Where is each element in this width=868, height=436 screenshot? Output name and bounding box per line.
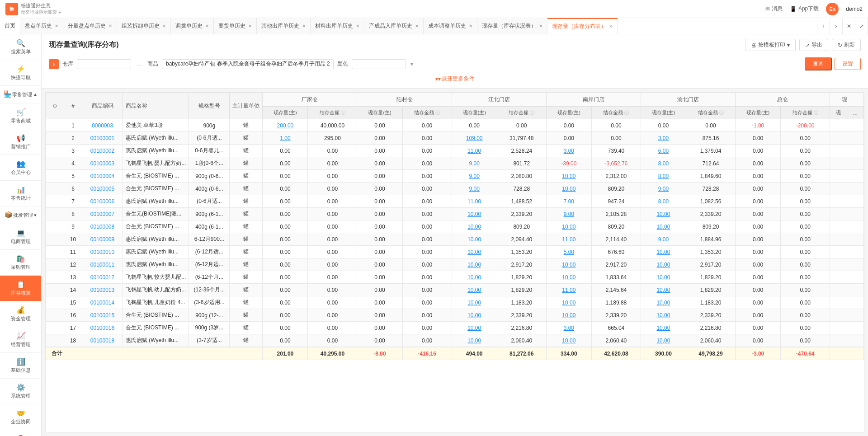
tab-expand[interactable]: ⤢ xyxy=(855,18,868,34)
ecommerce-icon: 💻 xyxy=(3,229,38,237)
tab-cost-adjust[interactable]: 成本调整单历史 ✕ xyxy=(424,18,477,34)
tab-stock-dist[interactable]: 现存量（库存分布表） ✕ xyxy=(547,18,618,34)
sidebar-item-guide[interactable]: 🎯 新手引导 xyxy=(0,430,41,436)
row-factory-stock: 0.00 xyxy=(263,258,308,271)
row-lv-balance: 0.00 xyxy=(402,119,452,132)
tab-home[interactable]: 首页 xyxy=(0,18,20,34)
info-icon-2[interactable]: ⓘ xyxy=(435,110,440,115)
tab-close-stock-table[interactable]: ✕ xyxy=(539,23,542,28)
tab-other-out[interactable]: 其他出库单历史 ✕ xyxy=(257,18,311,34)
sidebar-item-operation[interactable]: 📈 经营管理 xyxy=(0,327,41,353)
tab-close-product-in[interactable]: ✕ xyxy=(415,23,419,28)
row-extra2 xyxy=(847,183,863,195)
row-na-balance: 947.24 xyxy=(591,195,641,208)
warehouse-more-btn[interactable]: … xyxy=(135,61,144,67)
username[interactable]: demo2 xyxy=(846,6,863,12)
row-spec: (12-36个月... xyxy=(189,284,230,296)
sidebar-item-system[interactable]: ⚙️ 系统管理 xyxy=(0,379,41,404)
row-yb-stock: 10.00 xyxy=(641,208,686,220)
th-warehouse-more: 现… xyxy=(830,93,864,107)
sidebar-item-enterprise[interactable]: 🤝 企业协同 xyxy=(0,404,41,430)
sidebar-item-finance[interactable]: 💰 资金管理 xyxy=(0,301,41,327)
user-avatar[interactable]: Ea xyxy=(826,3,839,15)
tab-stock-table[interactable]: 现存量（库存状况表） ✕ xyxy=(477,18,547,34)
info-icon-5[interactable]: ⓘ xyxy=(719,110,724,115)
tab-close-split-count[interactable]: ✕ xyxy=(108,23,112,28)
tab-close-inventory-count[interactable]: ✕ xyxy=(55,23,58,28)
sidebar-item-basic[interactable]: ℹ️ 基础信息 xyxy=(0,353,41,379)
sidebar-item-search-hero[interactable]: 🔍 搜索英单 xyxy=(0,34,41,60)
row-index: 17 xyxy=(64,322,82,334)
tab-split-count[interactable]: 分量盘点单历史 ✕ xyxy=(63,18,117,34)
filter-toggle-btn[interactable]: › xyxy=(49,59,59,69)
print-btn[interactable]: 🖨 按模板打印 ▾ xyxy=(745,39,796,51)
sidebar-item-retail-stats[interactable]: 📊 零售统计 xyxy=(0,181,41,206)
export-btn[interactable]: ↗ 导出 xyxy=(799,39,828,51)
table-container[interactable]: ⚙ # 商品编码 商品名称 规格型号 主计量单位 厂家仓 陆村仓 江北门店 南岸… xyxy=(45,92,864,432)
expand-conditions-btn[interactable]: ▾▾ 展开更多条件 xyxy=(435,75,474,83)
tab-scroll-right[interactable]: › xyxy=(830,18,843,34)
info-icon-3[interactable]: ⓘ xyxy=(530,110,534,115)
tab-close-transfer[interactable]: ✕ xyxy=(205,23,209,28)
warehouse-input[interactable] xyxy=(77,59,131,69)
footer-na-stock: 334.00 xyxy=(546,347,591,360)
th-na-balance: 结存金额 ⓘ xyxy=(591,107,641,119)
tab-kit-disassemble[interactable]: 组装拆卸单历史 ✕ xyxy=(117,18,171,34)
sidebar-item-wholesale[interactable]: 📦 批发管理 ▾ xyxy=(0,206,41,224)
tab-close-purchase-order[interactable]: ✕ xyxy=(248,23,252,28)
row-factory-balance: 0.00 xyxy=(308,284,357,296)
tab-close-stock-dist[interactable]: ✕ xyxy=(609,24,613,29)
sidebar-item-ecommerce[interactable]: 💻 电商管理 xyxy=(0,224,41,250)
row-lv-balance: 0.00 xyxy=(402,170,452,183)
info-icon-1[interactable]: ⓘ xyxy=(341,110,345,115)
tab-scroll-left[interactable]: ‹ xyxy=(817,18,830,34)
app-download-btn[interactable]: 📱 App下载 xyxy=(790,5,819,13)
settings-btn[interactable]: 设置 xyxy=(835,58,861,70)
sidebar-item-marketing[interactable]: 📢 营销推广 xyxy=(0,129,41,155)
row-spec: 900g (0-6... xyxy=(189,170,230,183)
row-factory-stock: 0.00 xyxy=(263,246,308,258)
refresh-btn[interactable]: ↻ 刷新 xyxy=(832,39,861,51)
dropdown-chevron-icon[interactable]: ▾ xyxy=(59,10,61,15)
table-row: 12 00100011 惠氏启赋 (Wyeth illu... (6-12月适.… xyxy=(46,258,864,271)
tab-inventory-count[interactable]: 盘点单历史 ✕ xyxy=(20,18,63,34)
th-settings[interactable]: ⚙ xyxy=(46,93,64,119)
search-btn[interactable]: 查询 xyxy=(805,57,832,70)
tab-close-material-out[interactable]: ✕ xyxy=(356,23,359,28)
row-na-balance: 2,060.40 xyxy=(591,334,641,347)
info-icon-4[interactable]: ⓘ xyxy=(624,110,629,115)
retail-icon: 🏪 xyxy=(4,90,11,98)
tab-product-in[interactable]: 产成品入库单历史 ✕ xyxy=(364,18,424,34)
row-unit: 罐 xyxy=(230,309,263,322)
sidebar-item-retail[interactable]: 🏪 零售管理 ▲ xyxy=(0,86,41,103)
tab-material-out[interactable]: 材料出库单历史 ✕ xyxy=(311,18,364,34)
tab-close-cost-adjust[interactable]: ✕ xyxy=(469,23,472,28)
table-row: 5 00100004 合生元 (BIOSTIME) ... 900g (0-6.… xyxy=(46,170,864,183)
sidebar-item-purchase[interactable]: 🛍️ 采购管理 xyxy=(0,250,41,276)
data-table: ⚙ # 商品编码 商品名称 规格型号 主计量单位 厂家仓 陆村仓 江北门店 南岸… xyxy=(46,93,864,360)
info-icon-6[interactable]: ⓘ xyxy=(814,110,818,115)
tab-close-kit[interactable]: ✕ xyxy=(162,23,166,28)
row-name: 飞鹤星飞帆 儿童奶粉 4... xyxy=(123,296,189,309)
message-btn[interactable]: ✉ 消息 xyxy=(765,5,783,13)
sidebar-item-quick-nav[interactable]: ⚡ 快捷导航 xyxy=(0,60,41,86)
row-factory-balance: 0.00 xyxy=(308,145,357,157)
row-jb-balance: 2,216.80 xyxy=(497,322,546,334)
tab-close-other-out[interactable]: ✕ xyxy=(302,23,306,28)
sidebar-item-retail-mall[interactable]: 🛒 零售商城 xyxy=(0,103,41,129)
row-na-balance: 1,189.88 xyxy=(591,296,641,309)
color-input[interactable] xyxy=(352,59,406,69)
tab-close-all[interactable]: ✕ xyxy=(843,18,855,34)
table-settings-icon[interactable]: ⚙ xyxy=(52,103,57,109)
row-total-balance: 0.00 xyxy=(781,309,830,322)
row-jb-stock: 109.00 xyxy=(452,132,497,145)
row-lv-balance: 0.00 xyxy=(402,132,452,145)
footer-label: 合计 xyxy=(46,347,263,360)
sidebar-item-member[interactable]: 👥 会员中心 xyxy=(0,155,41,181)
tab-purchase-order[interactable]: 要货单历史 ✕ xyxy=(214,18,257,34)
tab-transfer[interactable]: 调拨单历史 ✕ xyxy=(171,18,214,34)
sidebar-item-inventory[interactable]: 📋 库存核算 xyxy=(0,276,41,301)
product-input[interactable] xyxy=(162,59,334,69)
row-index: 11 xyxy=(64,246,82,258)
row-yb-balance: 875.16 xyxy=(686,132,736,145)
